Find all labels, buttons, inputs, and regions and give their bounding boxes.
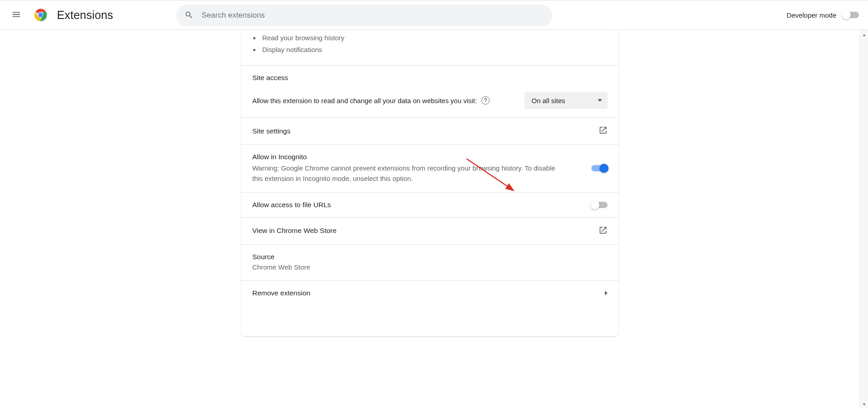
site-access-prompt-row: Allow this extension to read and change … <box>252 96 490 104</box>
permissions-list: Read your browsing history Display notif… <box>260 32 608 55</box>
scrollbar-up-arrow[interactable]: ▴ <box>860 30 868 38</box>
search-bar[interactable] <box>176 5 552 26</box>
site-settings-row[interactable]: Site settings <box>241 117 618 144</box>
open-in-new-icon <box>599 226 608 236</box>
site-access-selected: On all sites <box>532 97 565 104</box>
allow-file-urls-row: Allow access to file URLs <box>241 192 618 217</box>
allow-incognito-title: Allow in Incognito <box>252 153 560 161</box>
remove-extension-row[interactable]: Remove extension <box>241 280 618 305</box>
allow-file-urls-toggle[interactable] <box>591 202 608 208</box>
search-icon <box>184 10 193 21</box>
site-settings-label: Site settings <box>252 127 290 135</box>
search-input[interactable] <box>201 10 544 20</box>
main-menu-button[interactable] <box>7 6 25 24</box>
vertical-scrollbar[interactable]: ▴ ▾ <box>859 30 868 408</box>
allow-incognito-row: Allow in Incognito Warning: Google Chrom… <box>241 144 618 192</box>
view-in-store-row[interactable]: View in Chrome Web Store <box>241 217 618 244</box>
site-access-select[interactable]: On all sites <box>524 92 608 109</box>
app-bar: Extensions Developer mode <box>0 0 868 30</box>
allow-file-urls-title: Allow access to file URLs <box>252 201 331 209</box>
site-access-title: Site access <box>252 74 608 82</box>
scrollbar-down-arrow[interactable]: ▾ <box>860 400 868 408</box>
permission-item: Read your browsing history <box>260 32 608 44</box>
allow-incognito-toggle[interactable] <box>591 165 608 171</box>
help-icon[interactable]: ? <box>481 96 490 104</box>
permissions-section: Read your browsing history Display notif… <box>241 30 618 65</box>
source-value: Chrome Web Store <box>252 262 608 272</box>
page-title: Extensions <box>57 9 113 22</box>
source-title: Source <box>252 253 608 261</box>
allow-incognito-warning: Warning: Google Chrome cannot prevent ex… <box>252 163 560 184</box>
extension-details-card: Read your browsing history Display notif… <box>241 30 618 336</box>
content-scroll-area: Read your browsing history Display notif… <box>0 30 860 408</box>
hamburger-icon <box>11 9 21 21</box>
source-row: Source Chrome Web Store <box>241 244 618 280</box>
chrome-logo-icon <box>33 8 48 22</box>
svg-point-2 <box>39 13 42 17</box>
developer-mode-toggle[interactable] <box>843 12 859 18</box>
developer-mode-label: Developer mode <box>787 11 836 19</box>
open-in-new-icon <box>599 126 608 136</box>
site-access-prompt: Allow this extension to read and change … <box>252 97 477 104</box>
view-in-store-label: View in Chrome Web Store <box>252 227 336 235</box>
permission-item: Display notifications <box>260 44 608 56</box>
developer-mode-row: Developer mode <box>787 0 859 30</box>
chevron-down-icon <box>598 99 602 102</box>
remove-extension-label: Remove extension <box>252 289 310 297</box>
chevron-right-icon <box>605 291 608 295</box>
site-access-section: Site access Allow this extension to read… <box>241 65 618 117</box>
